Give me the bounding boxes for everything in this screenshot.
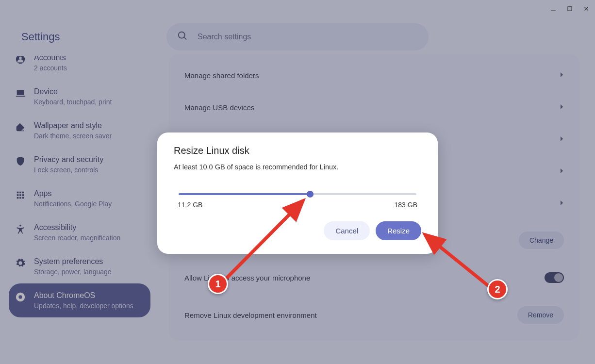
slider-fill bbox=[179, 193, 310, 195]
annotation-badge-1: 1 bbox=[208, 274, 228, 294]
resize-linux-dialog: Resize Linux disk At least 10.0 GB of sp… bbox=[157, 132, 438, 254]
slider-max-label: 183 GB bbox=[395, 201, 417, 209]
resize-button[interactable]: Resize bbox=[376, 221, 421, 240]
dialog-title: Resize Linux disk bbox=[174, 145, 421, 156]
cancel-button[interactable]: Cancel bbox=[324, 221, 370, 240]
slider-min-label: 11.2 GB bbox=[178, 201, 202, 209]
dialog-description: At least 10.0 GB of space is recommended… bbox=[174, 163, 421, 171]
disk-size-slider[interactable] bbox=[174, 189, 421, 199]
slider-thumb[interactable] bbox=[307, 191, 314, 198]
annotation-badge-2: 2 bbox=[487, 279, 508, 299]
